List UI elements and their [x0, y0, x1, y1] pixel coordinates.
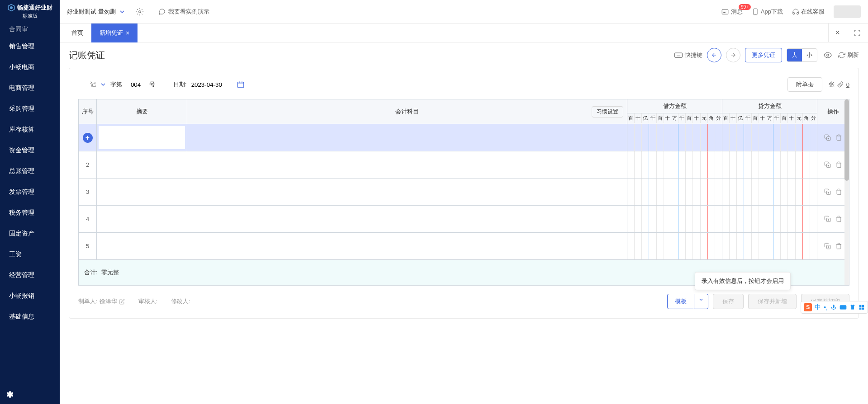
- amount-cell[interactable]: [722, 124, 730, 151]
- amount-cell[interactable]: [678, 151, 686, 178]
- more-vouchers-button[interactable]: 更多凭证: [745, 48, 782, 62]
- shortcut-button[interactable]: 快捷键: [674, 51, 702, 59]
- amount-cell[interactable]: [671, 233, 678, 259]
- tab-new-voucher[interactable]: 新增凭证 ×: [91, 23, 138, 42]
- amount-cell[interactable]: [722, 233, 730, 259]
- amount-cell[interactable]: [788, 124, 795, 151]
- amount-cell[interactable]: [744, 179, 751, 205]
- amount-cell[interactable]: [752, 151, 759, 178]
- chevron-down-icon[interactable]: [100, 82, 106, 87]
- amount-cell[interactable]: [635, 151, 642, 178]
- amount-cell[interactable]: [635, 179, 642, 205]
- refresh-button[interactable]: 刷新: [838, 51, 859, 59]
- sidebar-item-5[interactable]: 库存核算: [0, 119, 60, 140]
- amount-cell[interactable]: [686, 124, 693, 151]
- amount-cell[interactable]: [657, 206, 664, 232]
- amount-cell[interactable]: [759, 233, 766, 259]
- amount-cell[interactable]: [759, 151, 766, 178]
- amount-cell[interactable]: [671, 206, 678, 232]
- user-avatar[interactable]: [834, 5, 861, 18]
- amount-cell[interactable]: [752, 124, 759, 151]
- amount-cell[interactable]: [788, 206, 795, 232]
- size-big-button[interactable]: 大: [787, 49, 802, 61]
- amount-cell[interactable]: [744, 206, 751, 232]
- amount-cell[interactable]: [686, 179, 693, 205]
- close-icon[interactable]: ×: [126, 29, 129, 37]
- amount-cell[interactable]: [796, 179, 803, 205]
- row-summary[interactable]: [97, 206, 187, 232]
- amount-cell[interactable]: [744, 151, 751, 178]
- amount-cell[interactable]: [744, 124, 751, 151]
- size-small-button[interactable]: 小: [802, 49, 817, 61]
- sidebar-settings[interactable]: [0, 385, 60, 404]
- save-add-button[interactable]: 保存并新增: [748, 294, 797, 309]
- amount-cell[interactable]: [627, 124, 635, 151]
- amount-cell[interactable]: [759, 124, 766, 151]
- amount-cell[interactable]: [701, 233, 708, 259]
- delete-row-icon[interactable]: [835, 216, 842, 222]
- amount-cell[interactable]: [773, 179, 781, 205]
- app-download-button[interactable]: App下载: [752, 8, 783, 16]
- amount-cell[interactable]: [796, 233, 803, 259]
- ime-lang[interactable]: 中: [815, 303, 821, 311]
- amount-cell[interactable]: [678, 233, 686, 259]
- amount-cell[interactable]: [759, 179, 766, 205]
- amount-cell[interactable]: [715, 179, 722, 205]
- amount-cell[interactable]: [722, 206, 730, 232]
- sidebar-item-13[interactable]: 小畅报销: [0, 286, 60, 306]
- copy-row-icon[interactable]: [824, 134, 831, 141]
- sidebar-item-1[interactable]: 销售管理: [0, 36, 60, 57]
- amount-cell[interactable]: [773, 124, 781, 151]
- amount-cell[interactable]: [671, 179, 678, 205]
- row-subject[interactable]: [187, 151, 627, 178]
- amount-cell[interactable]: [766, 179, 773, 205]
- amount-cell[interactable]: [803, 179, 810, 205]
- tab-home[interactable]: 首页: [63, 23, 91, 42]
- row-summary[interactable]: [97, 179, 187, 205]
- save-button[interactable]: 保存: [713, 294, 744, 309]
- template-button[interactable]: 模板: [667, 294, 708, 309]
- amount-cell[interactable]: [708, 206, 715, 232]
- amount-cell[interactable]: [796, 124, 803, 151]
- amount-cell[interactable]: [730, 124, 737, 151]
- amount-cell[interactable]: [722, 179, 730, 205]
- amount-cell[interactable]: [657, 233, 664, 259]
- amount-cell[interactable]: [752, 233, 759, 259]
- amount-cell[interactable]: [693, 233, 700, 259]
- ime-shirt-icon[interactable]: [849, 304, 856, 310]
- ime-punct-icon[interactable]: •,: [824, 304, 828, 311]
- amount-cell[interactable]: [642, 179, 649, 205]
- amount-cell[interactable]: [810, 179, 817, 205]
- amount-cell[interactable]: [657, 179, 664, 205]
- amount-cell[interactable]: [693, 151, 700, 178]
- amount-cell[interactable]: [635, 124, 642, 151]
- amount-cell[interactable]: [737, 179, 744, 205]
- amount-cell[interactable]: [730, 151, 737, 178]
- settings-button[interactable]: [136, 8, 144, 16]
- amount-cell[interactable]: [752, 179, 759, 205]
- paperclip-icon[interactable]: [837, 81, 844, 88]
- amount-cell[interactable]: [730, 179, 737, 205]
- row-summary[interactable]: [97, 124, 187, 151]
- support-button[interactable]: 在线客服: [792, 8, 825, 16]
- amount-cell[interactable]: [664, 179, 671, 205]
- summary-input[interactable]: [99, 126, 185, 149]
- amount-cell[interactable]: [788, 233, 795, 259]
- amount-cell[interactable]: [642, 151, 649, 178]
- calendar-icon[interactable]: [237, 80, 245, 89]
- edit-icon[interactable]: [119, 299, 125, 305]
- amount-cell[interactable]: [752, 206, 759, 232]
- copy-row-icon[interactable]: [824, 216, 831, 222]
- amount-cell[interactable]: [693, 206, 700, 232]
- add-row-button[interactable]: +: [83, 133, 93, 143]
- amount-cell[interactable]: [737, 124, 744, 151]
- amount-cell[interactable]: [803, 233, 810, 259]
- ime-mic-icon[interactable]: [830, 304, 837, 310]
- row-subject[interactable]: [187, 179, 627, 205]
- amount-cell[interactable]: [686, 206, 693, 232]
- amount-cell[interactable]: [649, 206, 656, 232]
- ime-keyboard-icon[interactable]: [840, 304, 847, 310]
- amount-cell[interactable]: [773, 151, 781, 178]
- amount-cell[interactable]: [649, 179, 656, 205]
- amount-cell[interactable]: [664, 124, 671, 151]
